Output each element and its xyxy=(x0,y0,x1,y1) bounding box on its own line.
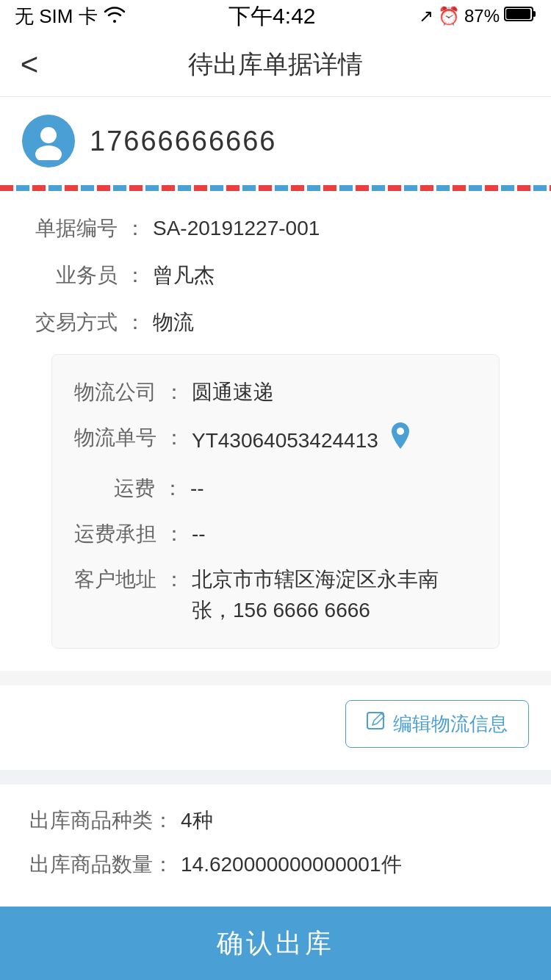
map-pin-icon[interactable] xyxy=(389,422,412,458)
address-label: 客户地址 xyxy=(74,564,156,595)
confirm-button-bar[interactable]: 确认出库 xyxy=(0,907,551,980)
nav-bar: < 待出库单据详情 xyxy=(0,32,551,97)
svg-rect-1 xyxy=(533,11,536,17)
battery-text: 87% xyxy=(464,6,500,26)
logistics-company-value: 圆通速递 xyxy=(192,377,477,408)
svg-rect-2 xyxy=(506,9,530,19)
goods-quantity-label: 出库商品数量 xyxy=(29,851,153,879)
delivery-method-label: 交易方式 xyxy=(29,307,118,338)
customer-phone: 17666666666 xyxy=(90,126,276,157)
edit-icon xyxy=(367,712,386,736)
edit-logistics-label: 编辑物流信息 xyxy=(393,711,508,737)
address-row: 客户地址 ： 北京市市辖区海淀区永丰南 张，156 6666 6666 xyxy=(74,564,477,626)
battery-icon xyxy=(504,6,536,26)
goods-category-value: 4种 xyxy=(181,807,213,835)
sales-person-value: 曾凡杰 xyxy=(153,260,522,291)
goods-category-label: 出库商品种类 xyxy=(29,807,153,835)
back-button[interactable]: < xyxy=(0,47,59,82)
svg-point-5 xyxy=(397,428,404,435)
freight-bearer-label: 运费承担 xyxy=(74,519,156,550)
freight-row: 运费 ： -- xyxy=(74,473,477,504)
freight-value: -- xyxy=(190,473,477,504)
dashed-divider xyxy=(0,185,551,191)
goods-quantity-value: 14.620000000000001件 xyxy=(181,851,402,879)
order-no-row: 单据编号 ： SA-20191227-001 xyxy=(29,213,522,244)
address-value: 北京市市辖区海淀区永丰南 张，156 6666 6666 xyxy=(192,564,477,626)
goods-quantity-row: 出库商品数量 ： 14.620000000000001件 xyxy=(29,851,522,879)
freight-bearer-value: -- xyxy=(192,519,477,550)
delivery-method-row: 交易方式 ： 物流 xyxy=(29,307,522,338)
goods-section: 出库商品种类 ： 4种 出库商品数量 ： 14.620000000000001件 xyxy=(0,785,551,901)
carrier-text: 无 SIM 卡 xyxy=(15,4,98,29)
goods-category-row: 出库商品种类 ： 4种 xyxy=(29,807,522,835)
delivery-method-value: 物流 xyxy=(153,307,522,338)
edit-logistics-btn-row: 编辑物流信息 xyxy=(0,685,551,770)
order-no-value: SA-20191227-001 xyxy=(153,213,522,244)
location-status-icon: ↗ xyxy=(419,6,433,26)
page-title: 待出库单据详情 xyxy=(188,48,363,82)
svg-point-4 xyxy=(35,145,62,160)
tracking-no-label: 物流单号 xyxy=(74,422,156,453)
sales-person-colon: ： xyxy=(125,260,145,291)
freight-label: 运费 xyxy=(74,473,155,504)
wifi-icon xyxy=(104,5,126,28)
order-no-label: 单据编号 xyxy=(29,213,118,244)
status-bar: 无 SIM 卡 下午4:42 ↗ ⏰ 87% xyxy=(0,0,551,32)
delivery-method-colon: ： xyxy=(125,307,145,338)
status-time: 下午4:42 xyxy=(228,1,315,32)
freight-bearer-row: 运费承担 ： -- xyxy=(74,519,477,550)
logistics-company-row: 物流公司 ： 圆通速递 xyxy=(74,377,477,408)
alarm-icon: ⏰ xyxy=(438,6,460,26)
sales-person-label: 业务员 xyxy=(29,260,118,291)
status-right: ↗ ⏰ 87% xyxy=(419,6,536,26)
edit-logistics-button[interactable]: 编辑物流信息 xyxy=(345,700,529,748)
order-info-section: 单据编号 ： SA-20191227-001 业务员 ： 曾凡杰 交易方式 ： … xyxy=(0,191,551,671)
avatar xyxy=(22,115,75,167)
confirm-button-label: 确认出库 xyxy=(217,926,334,962)
logistics-card: 物流公司 ： 圆通速递 物流单号 ： YT43064053424413 运费 ：… xyxy=(51,354,500,649)
sales-person-row: 业务员 ： 曾凡杰 xyxy=(29,260,522,291)
section-separator xyxy=(0,770,551,785)
svg-rect-6 xyxy=(367,713,383,729)
tracking-no-row: 物流单号 ： YT43064053424413 xyxy=(74,422,477,458)
customer-header: 17666666666 xyxy=(0,97,551,185)
tracking-no-value: YT43064053424413 xyxy=(192,422,477,458)
logistics-company-label: 物流公司 xyxy=(74,377,156,408)
order-no-colon: ： xyxy=(125,213,145,244)
svg-point-3 xyxy=(40,127,57,143)
status-left: 无 SIM 卡 xyxy=(15,4,126,29)
